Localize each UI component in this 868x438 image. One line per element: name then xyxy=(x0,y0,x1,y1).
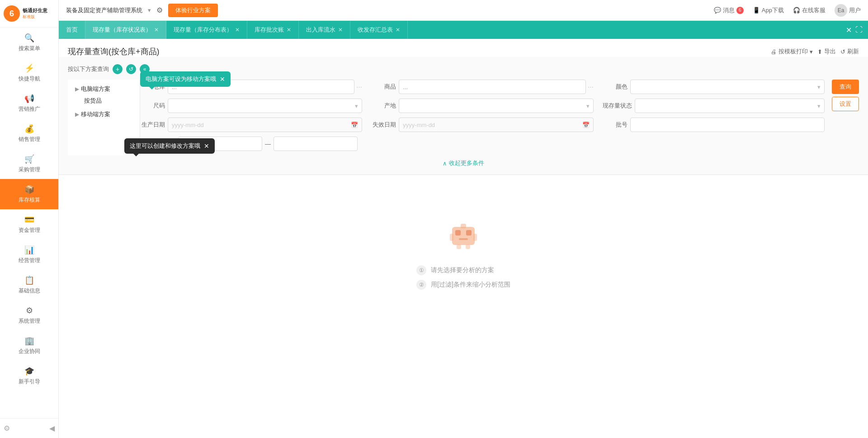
refresh-label: 刷新 xyxy=(847,47,859,56)
collapse-sidebar-icon[interactable]: ◀ xyxy=(49,424,55,433)
filter-add-button[interactable]: + xyxy=(113,64,123,74)
tab-stock-status-close[interactable]: ✕ xyxy=(154,27,159,33)
sidebar-item-purchase[interactable]: 🛒 采购管理 xyxy=(0,149,58,179)
tree-item-desktop-sub[interactable]: 按货品 xyxy=(71,95,134,107)
prod-date-input[interactable]: yyyy-mm-dd 📅 xyxy=(168,118,362,132)
tab-inout-flow[interactable]: 出入库流水 ✕ xyxy=(299,21,350,39)
color-label: 颜色 xyxy=(603,83,627,91)
refresh-button[interactable]: ↺ 刷新 xyxy=(840,47,859,56)
export-button[interactable]: ⬆ 导出 xyxy=(817,47,836,56)
sidebar-item-system[interactable]: ⚙ 系统管理 xyxy=(0,300,58,330)
tab-stock-status[interactable]: 现存量（库存状况表） ✕ xyxy=(85,21,166,39)
filter-edit-button[interactable]: ↺ xyxy=(126,64,136,74)
sidebar-item-label: 企业协同 xyxy=(19,348,40,355)
tab-stock-batch-close[interactable]: ✕ xyxy=(287,27,291,33)
sidebar-item-label: 系统管理 xyxy=(19,317,40,325)
top-bar-right: 💬 消息 6 📱 App下载 🎧 在线客服 Ea 用户 xyxy=(714,4,861,17)
topbar-settings-icon[interactable]: ⚙ xyxy=(156,6,163,14)
expire-date-input[interactable]: yyyy-mm-dd 📅 xyxy=(399,118,593,132)
system-dropdown-icon[interactable]: ▾ xyxy=(148,7,151,14)
svg-rect-2 xyxy=(466,230,472,235)
tab-stock-dist[interactable]: 现存量（库存分布表） ✕ xyxy=(166,21,247,39)
page-header: 现存量查询(按仓库+商品) 🖨 按模板打印 ▾ ⬆ 导出 ↺ 刷新 xyxy=(59,39,868,57)
message-item[interactable]: 💬 消息 6 xyxy=(714,6,744,14)
tabs-expand-icon[interactable]: ⛶ xyxy=(855,26,863,34)
sidebar-item-enterprise[interactable]: 🏢 企业协同 xyxy=(0,330,58,361)
support-item[interactable]: 🎧 在线客服 xyxy=(793,6,826,14)
goods-more-icon[interactable]: ⋯ xyxy=(588,84,594,90)
tab-home-label: 首页 xyxy=(66,26,78,34)
filter-row-3: 生产日期 yyyy-mm-dd 📅 失效日期 yyyy-mm-dd xyxy=(140,118,825,132)
tooltip-main-close[interactable]: ✕ xyxy=(220,75,225,83)
building-icon: 🏢 xyxy=(24,336,34,346)
sidebar-item-label: 基础信息 xyxy=(19,287,40,295)
origin-label: 产地 xyxy=(371,102,396,110)
message-badge: 6 xyxy=(736,7,744,14)
industry-button[interactable]: 体验行业方案 xyxy=(168,4,218,17)
tab-home[interactable]: 首页 xyxy=(59,21,85,39)
filter-label: 按以下方案查询 xyxy=(68,65,109,73)
tooltip-main-text: 电脑方案可设为移动方案哦 xyxy=(146,75,216,83)
sidebar-item-guide[interactable]: ⚡ 快捷导航 xyxy=(0,58,58,88)
tab-stock-batch[interactable]: 库存批次账 ✕ xyxy=(247,21,299,39)
warehouse-more-icon[interactable]: ⋯ xyxy=(356,84,362,90)
svg-rect-5 xyxy=(450,234,453,241)
sidebar-item-label: 经营管理 xyxy=(19,257,40,264)
print-button[interactable]: 🖨 按模板打印 ▾ xyxy=(771,47,813,56)
stock-status-select[interactable]: ▾ xyxy=(635,99,825,113)
sidebar-item-sales[interactable]: 💰 销售管理 xyxy=(0,118,58,149)
batch-input[interactable] xyxy=(630,118,825,132)
prod-date-placeholder: yyyy-mm-dd xyxy=(172,122,204,128)
sidebar-item-newguide[interactable]: 🎓 新手引导 xyxy=(0,361,58,391)
tree-item-desktop[interactable]: ▶ 电脑端方案 xyxy=(71,83,134,95)
expire-date-placeholder: yyyy-mm-dd xyxy=(403,122,435,128)
tab-recv-summary-close[interactable]: ✕ xyxy=(396,27,400,33)
origin-select[interactable]: ▾ xyxy=(399,99,593,113)
app-download-item[interactable]: 📱 App下载 xyxy=(753,6,784,14)
goods-placeholder: ... xyxy=(403,84,408,90)
stock-status-arrow-icon: ▾ xyxy=(817,103,821,109)
sidebar-nav: 🔍 搜索菜单 ⚡ 快捷导航 📢 营销推广 💰 销售管理 🛒 采购管理 📦 xyxy=(0,28,58,418)
collapse-filter-button[interactable]: ∧ 收起更多条件 xyxy=(68,159,859,167)
tab-stock-dist-close[interactable]: ✕ xyxy=(235,27,240,33)
tab-inout-flow-close[interactable]: ✕ xyxy=(338,27,343,33)
size-arrow-icon: ▾ xyxy=(355,103,358,109)
goods-label: 商品 xyxy=(371,83,396,91)
sidebar-item-label: 库存核算 xyxy=(19,196,40,204)
tab-recv-summary[interactable]: 收发存汇总表 ✕ xyxy=(350,21,408,39)
sidebar-item-inventory[interactable]: 📦 库存核算 xyxy=(0,179,58,209)
reset-button[interactable]: 设置 xyxy=(832,97,859,111)
settings-bottom-icon[interactable]: ⚙ xyxy=(4,424,10,433)
size-select[interactable]: ▾ xyxy=(168,99,362,113)
sidebar-item-operation[interactable]: 📊 经营管理 xyxy=(0,240,58,270)
stock-status-field: 现存量状态 ▾ xyxy=(603,99,825,113)
expire-date-field: 失效日期 yyyy-mm-dd 📅 xyxy=(371,118,593,132)
sidebar-bottom: ⚙ ◀ xyxy=(0,418,58,438)
sidebar-item-marketing[interactable]: 📢 营销推广 xyxy=(0,88,58,118)
top-bar-left: 装备及固定资产辅助管理系统 ▾ ⚙ 体验行业方案 xyxy=(66,4,218,17)
sidebar-item-label: 销售管理 xyxy=(19,136,40,143)
tree-sub-label: 按货品 xyxy=(84,97,102,105)
sidebar-item-basic[interactable]: 📋 基础信息 xyxy=(0,270,58,300)
filter-area: 按以下方案查询 + ↺ « ▶ 电脑端方案 按货品 xyxy=(59,57,868,175)
user-item[interactable]: Ea 用户 xyxy=(835,4,861,17)
sidebar-item-search[interactable]: 🔍 搜索菜单 xyxy=(0,28,58,58)
sidebar-item-label: 营销推广 xyxy=(19,105,40,113)
goods-select[interactable]: ... xyxy=(399,80,585,94)
main-content: 装备及固定资产辅助管理系统 ▾ ⚙ 体验行业方案 💬 消息 6 📱 App下载 … xyxy=(59,0,868,438)
cart-icon: 🛒 xyxy=(24,154,34,164)
empty-step-1-text: 请先选择要分析的方案 xyxy=(431,266,494,274)
tree-mobile-expand-icon: ▶ xyxy=(75,111,79,118)
filter-row-4: 现存量（主） — xyxy=(140,137,825,151)
color-arrow-icon: ▾ xyxy=(817,84,821,90)
tabs-close-icon[interactable]: ✕ xyxy=(846,26,852,34)
tree-item-mobile[interactable]: ▶ 移动端方案 xyxy=(71,108,134,120)
sidebar-item-finance[interactable]: 💳 资金管理 xyxy=(0,209,58,240)
color-select[interactable]: ▾ xyxy=(630,80,825,94)
page-actions: 🖨 按模板打印 ▾ ⬆ 导出 ↺ 刷新 xyxy=(771,47,859,56)
search-button[interactable]: 查询 xyxy=(832,80,859,94)
tooltip-sub-close[interactable]: ✕ xyxy=(204,142,209,150)
sidebar: 6 畅通好生意 标准版 🔍 搜索菜单 ⚡ 快捷导航 📢 营销推广 💰 销售 xyxy=(0,0,59,438)
batch-label: 批号 xyxy=(603,121,627,129)
qty-max-input[interactable] xyxy=(274,137,358,151)
